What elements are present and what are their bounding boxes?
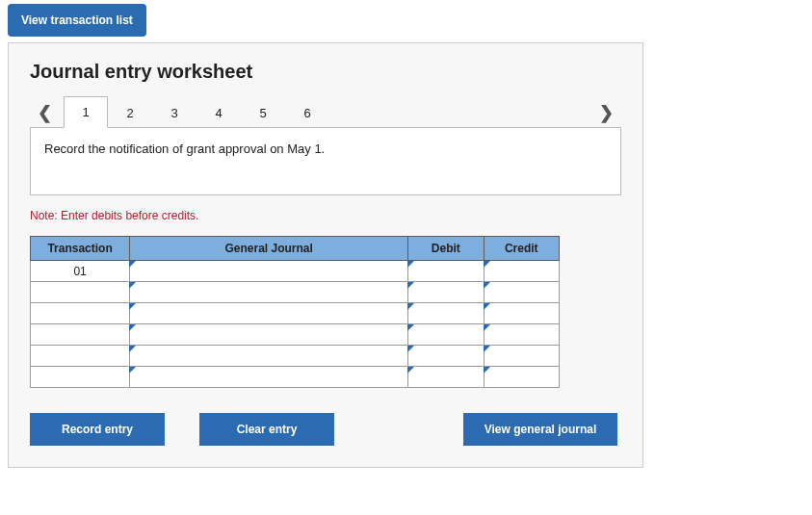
cell-transaction[interactable] — [31, 324, 130, 346]
cell-debit[interactable] — [408, 367, 484, 388]
cell-credit[interactable] — [484, 303, 559, 324]
table-row — [31, 282, 560, 303]
page-title: Journal entry worksheet — [30, 61, 621, 83]
table-row — [31, 346, 560, 367]
view-general-journal-button[interactable]: View general journal — [463, 413, 617, 446]
cell-account-dropdown[interactable] — [130, 367, 408, 388]
note-text: Note: Enter debits before credits. — [30, 209, 621, 222]
tab-2[interactable]: 2 — [108, 97, 152, 128]
cell-account-dropdown[interactable] — [130, 261, 408, 282]
chevron-left-icon[interactable]: ❮ — [30, 102, 60, 123]
cell-transaction[interactable]: 01 — [31, 261, 130, 282]
cell-transaction[interactable] — [31, 346, 130, 367]
header-transaction: Transaction — [31, 237, 130, 261]
cell-transaction[interactable] — [31, 303, 130, 324]
button-row: Record entry Clear entry View general jo… — [30, 413, 617, 446]
cell-debit[interactable] — [408, 282, 484, 303]
cell-debit[interactable] — [408, 346, 484, 367]
instruction-box: Record the notification of grant approva… — [30, 127, 621, 195]
header-debit: Debit — [408, 237, 484, 261]
cell-debit[interactable] — [408, 324, 484, 346]
tab-3[interactable]: 3 — [152, 97, 196, 128]
instruction-text: Record the notification of grant approva… — [44, 142, 325, 156]
header-general-journal: General Journal — [130, 237, 408, 261]
cell-transaction[interactable] — [31, 282, 130, 303]
cell-account-dropdown[interactable] — [130, 282, 408, 303]
table-row — [31, 367, 560, 388]
cell-credit[interactable] — [484, 367, 559, 388]
cell-credit[interactable] — [484, 324, 559, 346]
tab-1[interactable]: 1 — [64, 96, 108, 128]
cell-account-dropdown[interactable] — [130, 346, 408, 367]
tab-row: ❮ 123456 ❯ — [30, 96, 621, 128]
cell-account-dropdown[interactable] — [130, 324, 408, 346]
tab-6[interactable]: 6 — [285, 97, 329, 128]
tab-5[interactable]: 5 — [241, 97, 285, 128]
clear-entry-button[interactable]: Clear entry — [199, 413, 334, 446]
cell-credit[interactable] — [484, 346, 559, 367]
worksheet-panel: Journal entry worksheet ❮ 123456 ❯ Recor… — [8, 42, 643, 468]
cell-account-dropdown[interactable] — [130, 303, 408, 324]
header-credit: Credit — [484, 237, 559, 261]
tabs: 123456 — [64, 96, 329, 128]
journal-table: Transaction General Journal Debit Credit… — [30, 236, 560, 388]
cell-transaction[interactable] — [31, 367, 130, 388]
chevron-right-icon[interactable]: ❯ — [591, 102, 621, 123]
cell-debit[interactable] — [408, 261, 484, 282]
table-row: 01 — [31, 261, 560, 282]
cell-credit[interactable] — [484, 261, 559, 282]
record-entry-button[interactable]: Record entry — [30, 413, 165, 446]
tab-4[interactable]: 4 — [196, 97, 241, 128]
cell-debit[interactable] — [408, 303, 484, 324]
table-row — [31, 324, 560, 346]
view-transaction-list-button[interactable]: View transaction list — [8, 4, 146, 37]
table-row — [31, 303, 560, 324]
cell-credit[interactable] — [484, 282, 559, 303]
